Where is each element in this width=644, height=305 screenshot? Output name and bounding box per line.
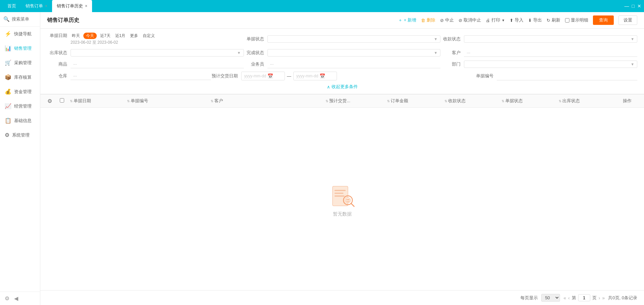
col-header-outbound-status[interactable]: ⇅ 出库状态 (557, 98, 614, 104)
current-page-input[interactable] (578, 294, 590, 301)
doc-status-select[interactable]: ▼ (267, 35, 441, 43)
next-page-button[interactable]: › (599, 295, 600, 301)
last-page-button[interactable]: » (602, 295, 605, 301)
import-button[interactable]: ⬆ 导入 (510, 17, 523, 23)
refresh-button[interactable]: ↻ 刷新 (547, 17, 560, 23)
prev-page-button[interactable]: ‹ (568, 295, 570, 301)
col-header-doc-status[interactable]: ⇅ 单据状态 (500, 98, 557, 104)
svg-line-6 (351, 203, 354, 206)
delivery-date-to-input[interactable]: yyyy-mm-dd 📅 (293, 72, 337, 80)
delivery-date-from-input[interactable]: yyyy-mm-dd 📅 (241, 72, 285, 80)
tab-sales-order-history-close[interactable]: × (85, 4, 87, 8)
table-settings-icon[interactable]: ⚙ (44, 98, 56, 104)
department-arrow-icon: ▼ (631, 62, 634, 66)
system-mgmt-icon: ⚙ (5, 132, 9, 138)
export-button[interactable]: ⬇ 导出 (528, 17, 542, 23)
completion-status-label: 完成状态 (244, 50, 267, 56)
sidebar-item-finance[interactable]: 💰 资金管理 (0, 84, 40, 99)
date-btn-7days[interactable]: 近7天 (99, 33, 112, 39)
sidebar-item-system-mgmt[interactable]: ⚙ 系统管理 (0, 128, 40, 142)
sidebar-item-basic-info-label: 基础信息 (14, 118, 32, 124)
delete-button[interactable]: 🗑 删除 (421, 17, 435, 23)
department-select[interactable]: ▼ (464, 61, 637, 68)
quick-nav-icon: ⚡ (5, 31, 11, 37)
sidebar-bottom: ⚙ ◀ (0, 292, 40, 305)
sidebar-item-quick-nav[interactable]: ⚡ 快捷导航 (0, 27, 40, 41)
new-button[interactable]: ＋ + 新增 (398, 17, 416, 23)
cancel-stop-button[interactable]: ⊘ 取消中止 (459, 17, 481, 23)
new-label: + 新增 (404, 17, 416, 23)
filter-row-3: 商品 ··· 业务员 ··· 部门 ▼ (47, 60, 637, 68)
warehouse-label: 仓库 (47, 73, 71, 79)
date-btn-1month[interactable]: 近1月 (114, 33, 127, 39)
setting-button[interactable]: 设置 (618, 15, 637, 25)
tab-sales-order[interactable]: 销售订单 × (21, 0, 52, 12)
svg-rect-2 (334, 193, 343, 194)
col-header-doc-date[interactable]: ⇅ 单据日期 (68, 98, 125, 104)
minimize-btn[interactable]: — (625, 3, 629, 9)
collapse-icon: ∧ (327, 84, 330, 89)
tab-sales-order-close[interactable]: × (45, 4, 47, 8)
refresh-label: 刷新 (552, 17, 560, 23)
sidebar-item-purchase-mgmt[interactable]: 🛒 采购管理 (0, 55, 40, 70)
svg-rect-1 (334, 190, 345, 191)
stop-icon: ⊘ (440, 18, 444, 23)
date-btn-today[interactable]: 今天 (83, 33, 97, 39)
table-select-all[interactable] (56, 98, 68, 104)
select-all-checkbox[interactable] (60, 98, 64, 103)
col-header-doc-number[interactable]: ⇅ 单据编号 (125, 98, 209, 104)
tab-sales-order-history[interactable]: 销售订单历史 × (52, 0, 92, 12)
query-button[interactable]: 查询 (593, 15, 614, 25)
outbound-status-select[interactable]: ▼ (71, 49, 244, 56)
product-input[interactable]: ··· (71, 60, 244, 68)
delivery-date-to-calendar-icon[interactable]: 📅 (319, 73, 325, 79)
col-header-receipt-status[interactable]: ⇅ 收款状态 (442, 98, 500, 104)
col-status-sort-icon: ⇅ (502, 99, 504, 103)
display-detail-checkbox[interactable] (565, 18, 569, 23)
col-action-label: 操作 (623, 98, 632, 103)
warehouse-input[interactable]: ··· (71, 72, 211, 80)
stop-button[interactable]: ⊘ 中止 (440, 17, 454, 23)
sidebar-item-inventory[interactable]: 📦 库存核算 (0, 70, 40, 84)
sales-mgmt-icon: 📊 (5, 45, 11, 51)
collapse-link[interactable]: ∧ 收起更多条件 (47, 84, 637, 90)
date-btn-custom[interactable]: 自定义 (141, 33, 156, 39)
sidebar-item-basic-info[interactable]: 📋 基础信息 (0, 113, 40, 128)
warehouse-dots-icon: ··· (73, 73, 77, 78)
delivery-date-from-calendar-icon[interactable]: 📅 (267, 73, 273, 79)
sales-person-input[interactable]: ··· (267, 60, 441, 68)
page-title: 销售订单历史 (47, 17, 79, 24)
page-header: 销售订单历史 ＋ + 新增 🗑 删除 ⊘ 中止 ⊘ 取消中止 (40, 12, 644, 29)
delivery-date-label: 预计交货日期 (211, 73, 241, 79)
export-label: 导出 (533, 17, 542, 23)
col-status-label: 单据状态 (505, 98, 523, 104)
customer-input[interactable]: ··· (464, 49, 637, 57)
close-btn[interactable]: ✕ (637, 3, 641, 9)
customer-dots-icon: ··· (467, 50, 470, 55)
table-footer: 每页显示 50 10 20 100 « ‹ 第 页 › » 共0页, 0条记录 (40, 290, 644, 305)
print-button[interactable]: 🖨 打印 ▼ (486, 17, 505, 23)
date-btn-more[interactable]: 更多 (129, 33, 139, 39)
maximize-btn[interactable]: □ (632, 3, 635, 9)
first-page-button[interactable]: « (563, 295, 566, 301)
search-menu[interactable]: 🔍 搜索菜单 (0, 12, 40, 27)
product-label: 商品 (47, 61, 71, 67)
col-header-customer[interactable]: ⇅ 客户 (209, 98, 324, 104)
sidebar-item-sales-mgmt[interactable]: 📊 销售管理 (0, 41, 40, 55)
date-range-display: 2023-06-02 至 2023-06-02 (71, 40, 156, 45)
col-header-amount[interactable]: ⇅ 订单金额 (385, 98, 442, 104)
sidebar-collapse-icon[interactable]: ◀ (14, 295, 18, 302)
page-size-select[interactable]: 50 10 20 100 (541, 294, 560, 302)
empty-state: 暂无数据 (40, 108, 644, 290)
sidebar-settings-icon[interactable]: ⚙ (5, 295, 9, 302)
date-btn-yesterday[interactable]: 昨天 (71, 33, 81, 39)
sidebar-item-operations[interactable]: 📈 经营管理 (0, 99, 40, 113)
doc-number-input[interactable] (497, 72, 637, 80)
display-detail-checkbox-label[interactable]: 显示明细 (565, 17, 588, 23)
receipt-status-label: 收款状态 (440, 36, 464, 42)
tab-home[interactable]: 首页 (3, 0, 21, 12)
receipt-status-select[interactable]: ▼ (464, 35, 637, 43)
col-header-delivery-date[interactable]: ⇅ 预计交货... (324, 98, 385, 104)
total-label: 共0页, 0条记录 (608, 295, 637, 301)
completion-status-select[interactable]: ▼ (267, 49, 441, 56)
